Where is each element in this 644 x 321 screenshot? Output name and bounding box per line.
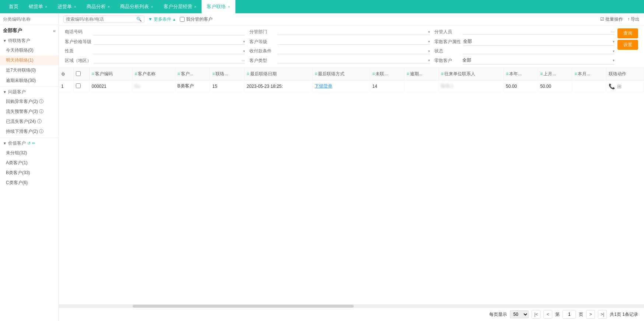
sidebar-item-tomorrow[interactable]: 明天待联络(1) [0,55,59,65]
horizontal-scrollbar[interactable] [59,304,644,307]
phone-action-icon[interactable]: 📞 [609,83,615,89]
filter-row-1: 电话号码 分管部门 ▾ 分管人员 [65,28,615,35]
nav-close-contact[interactable]: × [228,4,230,9]
sidebar-item-b-class[interactable]: B类客户(33) [0,168,59,178]
top-nav: 首页 销货单 × 进货单 × 商品分析 × 商品分析列表 × 客户分层经营 × … [0,0,644,13]
dept-chevron-icon: ▾ [428,30,430,34]
sidebar-item-churned[interactable]: 已流失客户(24) ⓘ [0,117,59,127]
sidebar-item-repurchase-abnormal[interactable]: 回购异常客户(2) ⓘ [0,97,59,107]
more-filter-button[interactable]: ▼ 更多条件 ▲ [148,16,176,23]
table-row: 1 000021 Ea B类客户 15 2023-05-23 18:25: 下销… [59,80,644,92]
query-button[interactable]: 查询 [617,28,638,38]
select-all-checkbox[interactable] [76,71,81,76]
search-icon[interactable]: 🔍 [136,17,142,22]
refresh-icon[interactable]: ↺ [27,141,31,146]
nature-select[interactable]: ▾ [93,48,245,54]
retail-attr-chevron: ▾ [613,39,615,44]
nav-sales[interactable]: 销货单 × [24,0,52,13]
right-actions: ☑ 批量操作 ↑ 导出 [600,16,640,23]
nav-customer-contact[interactable]: 客户联络 × [202,0,235,13]
edit-icon[interactable]: ✏ [32,141,35,146]
filter-nature: 性质 ▾ [65,48,245,54]
cell-action: 📞 ⊞ [606,80,644,92]
next-page-button[interactable]: > [586,310,595,319]
filter-customer-type: 客户类型 ▾ [249,58,430,64]
col-settings[interactable]: ⚙ [59,68,73,80]
sidebar-item-a-class[interactable]: A类客户(1) [0,158,59,168]
payment-select[interactable]: ▾ [277,48,430,54]
price-level-select[interactable]: ▾ [94,39,245,45]
bulk-ops-button[interactable]: ☑ 批量操作 [600,16,623,23]
cell-last-method[interactable]: 下销货单 [312,80,370,92]
filter-region: 区域（地区） ··· [65,58,245,64]
nav-product-list[interactable]: 商品分析列表 × [115,0,158,13]
sidebar-divider-1 [0,86,59,87]
table-container: ⚙ ≡客户编码 ≡客户名称 ≡客户... ≡联络... ≡最后联络日期 ≡最后联… [59,68,644,304]
col-icon-overdue: ≡ [407,71,409,76]
sidebar-item-declining[interactable]: 持续下滑客户(2) ⓘ [0,127,59,137]
export-button[interactable]: ↑ 导出 [627,16,640,23]
cell-unit-contact: 联系人 [438,80,503,92]
payment-chevron-icon: ▾ [428,49,430,53]
pending-arrow-icon: ▼ [3,39,7,43]
page-input[interactable] [563,310,576,319]
my-customers-input[interactable] [180,17,185,22]
cell-last-month: 50.00 [538,80,572,92]
filter-panel: 电话号码 分管部门 ▾ 分管人员 [59,25,644,68]
phone-input[interactable] [93,28,245,35]
sidebar-item-7days[interactable]: 近7天待联络(0) [0,65,59,75]
col-type: ≡客户... [175,68,210,80]
prev-page-button[interactable]: < [543,310,552,319]
customer-level-select[interactable]: ▾ [277,39,430,45]
retail-attr-select[interactable]: 全部 ▾ [463,38,615,46]
filter-row-4: 区域（地区） ··· 客户类型 ▾ [65,56,615,65]
row-checkbox[interactable] [76,83,81,88]
nav-close-sales[interactable]: × [45,4,47,9]
status-select[interactable]: ▾ [462,48,615,54]
sidebar-group-problem[interactable]: ▼ 问题客户 [0,87,59,97]
col-checkbox[interactable] [73,68,89,80]
sidebar-group-pending[interactable]: ▼ 待联络客户 [0,36,59,45]
first-page-button[interactable]: |< [532,310,540,319]
cell-contact-count: 15 [210,80,244,92]
sidebar-item-overdue[interactable]: 逾期未联络(30) [0,76,59,86]
col-icon-last-month: ≡ [540,71,543,76]
sidebar-item-today[interactable]: 今天待联络(0) [0,45,59,55]
nav-home[interactable]: 首页 [4,0,24,13]
grid-action-icon[interactable]: ⊞ [617,83,622,89]
col-icon: ≡ [92,71,94,76]
nav-product-analysis[interactable]: 商品分析 × [81,0,115,13]
nav-close-tier[interactable]: × [194,4,196,9]
content-area: 🔍 ▼ 更多条件 ▲ 我分管的客户 ☑ 批量操作 ↑ 导出 [59,13,644,321]
retail-customer-select[interactable]: 全部 ▾ [462,56,615,65]
nav-close-analysis[interactable]: × [108,4,110,9]
last-page-button[interactable]: >| [598,310,607,319]
sidebar-item-c-class[interactable]: C类客户(6) [0,178,59,188]
filter-person: 分管人员 ··· [434,29,615,35]
page-size-select[interactable]: 50 100 200 [510,310,529,318]
cell-checkbox[interactable] [73,80,89,92]
sidebar-item-churn-warning[interactable]: 流失预警客户(3) ⓘ [0,107,59,117]
method-link[interactable]: 下销货单 [315,83,332,89]
nav-close-purchase[interactable]: × [74,4,76,9]
dept-select[interactable]: ▾ [277,29,430,35]
customer-type-select[interactable]: ▾ [277,58,430,63]
settings-button[interactable]: 设置 [617,40,638,50]
col-overdue: ≡逾期... [404,68,438,80]
col-icon-this-month: ≡ [574,71,577,76]
nav-purchase[interactable]: 进货单 × [52,0,81,13]
sidebar-group-value[interactable]: ▼ 价值客户 ↺ ✏ [0,139,59,148]
filter-row-2: 客户价格等级 ▾ 客户等级 ▾ [65,38,615,46]
person-dots-icon[interactable]: ··· [611,29,615,34]
sidebar-search-input[interactable] [3,17,58,22]
nav-customer-tier[interactable]: 客户分层经营 × [158,0,202,13]
sidebar-all-customers[interactable]: 全部客户 « [0,25,59,36]
col-last-method: ≡最后联络方式 [312,68,370,80]
nav-close-list[interactable]: × [151,4,153,9]
my-customers-checkbox[interactable]: 我分管的客户 [180,16,213,23]
search-input[interactable] [66,17,135,22]
filter-status: 状态 ▾ [434,48,615,54]
scrollbar-thumb[interactable] [133,305,354,308]
region-dots-icon[interactable]: ··· [241,58,245,63]
sidebar-item-ungrouped[interactable]: 未分组(32) [0,148,59,158]
